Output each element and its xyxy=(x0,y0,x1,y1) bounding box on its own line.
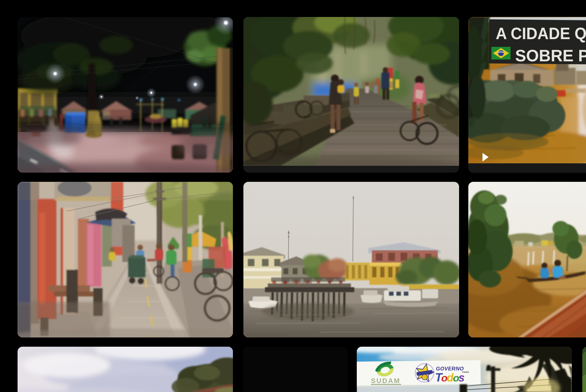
svg-text:SOBRE P: SOBRE P xyxy=(515,46,586,65)
svg-text:A CIDADE Q: A CIDADE Q xyxy=(496,24,586,43)
svg-text:s: s xyxy=(458,371,465,384)
svg-text:SUDAM: SUDAM xyxy=(371,377,401,385)
